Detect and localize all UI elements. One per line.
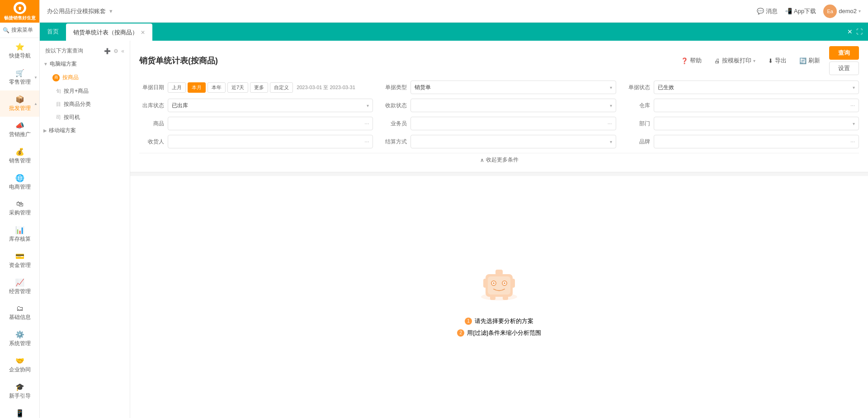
receiver-control[interactable]: ··· <box>168 135 373 148</box>
add-scheme-icon[interactable]: ➕ <box>104 48 111 54</box>
sales-icon: 💰 <box>15 147 24 156</box>
template-print-btn[interactable]: 🖨 按模板打印 ▾ <box>711 55 759 66</box>
search-icon: 🔍 <box>3 27 9 33</box>
out-control[interactable]: 已出库 ▾ <box>168 99 373 112</box>
receipt-label: 收款状态 <box>382 102 407 109</box>
type-control[interactable]: 销货单 ▾ <box>410 81 616 94</box>
tab-home[interactable]: 首页 <box>40 23 66 41</box>
scheme-item-by-goods[interactable]: 商 按商品 <box>40 71 130 85</box>
settings-scheme-icon[interactable]: ⚙ <box>113 48 118 54</box>
scheme-item-icon: 商 <box>52 74 60 81</box>
content-area: 按以下方案查询 ➕ ⚙ « ▼ 电脑端方案 商 按商品 <box>40 41 868 418</box>
period-custom[interactable]: 自定义 <box>270 82 293 93</box>
system-label: 系统管理 <box>9 340 31 347</box>
tab-maximize-icon[interactable]: ⛶ <box>856 28 863 35</box>
sidebar-item-retail[interactable]: 🛒 零售管理 <box>0 64 39 90</box>
dept-control[interactable]: ▾ <box>654 117 859 130</box>
operations-label: 经营管理 <box>9 288 31 295</box>
user-info[interactable]: Ea demo2 ▾ <box>823 5 861 18</box>
appcenter-icon: 📱 <box>15 409 24 418</box>
sidebar-item-finance[interactable]: 💳 资金管理 <box>0 247 39 274</box>
set-button[interactable]: 设置 <box>829 62 859 75</box>
scheme-group-mobile-title[interactable]: ▶ 移动端方案 <box>40 124 130 137</box>
page-title-row: 销货单统计表(按商品) ❓ 帮助 🖨 按模板打印 ▾ ⬇ <box>139 46 859 75</box>
export-btn[interactable]: ⬇ 导出 <box>764 55 790 66</box>
sidebar-item-wholesale[interactable]: 📦 批发管理 <box>0 90 39 117</box>
empty-step-1: 1 请先选择要分析的方案 <box>465 317 533 325</box>
message-btn[interactable]: 💬 消息 <box>757 7 778 15</box>
empty-step-2: 2 用[过滤]条件来缩小分析范围 <box>457 329 541 337</box>
breadcrumb-dropdown-icon[interactable]: ▾ <box>109 8 113 14</box>
svg-rect-9 <box>483 279 487 288</box>
sidebar-item-system[interactable]: ⚙️ 系统管理 <box>0 326 39 352</box>
collapse-panel-icon[interactable]: « <box>121 48 124 54</box>
filter-row-2: 出库状态 已出库 ▾ 收款状态 ▾ <box>139 99 859 112</box>
sidebar-item-corp[interactable]: 🤝 企业协同 <box>0 352 39 378</box>
filter-item-date: 单据日期 上月 本月 本年 近7天 更多 自定义 2023-03-01 至 20… <box>139 82 373 93</box>
sidebar-item-newbie[interactable]: 🎓 新手引导 <box>0 378 39 404</box>
scheme-item-by-dept[interactable]: 司 按司机 <box>40 111 130 124</box>
sidebar-item-ecommerce[interactable]: 🌐 电商管理 <box>0 169 39 195</box>
staff-control[interactable]: ··· <box>410 117 616 130</box>
sidebar-item-basic[interactable]: 🗂 基础信息 <box>0 300 39 326</box>
tab-close-icon[interactable]: ✕ <box>141 29 145 36</box>
svg-rect-12 <box>503 295 508 300</box>
collapse-label: 收起更多条件 <box>486 156 519 164</box>
payment-label: 结算方式 <box>382 138 407 146</box>
payment-control[interactable]: ▾ <box>410 135 616 148</box>
status-control[interactable]: 已生效 ▾ <box>654 81 859 94</box>
retail-icon: 🛒 <box>15 69 24 77</box>
tab-close-all-icon[interactable]: ✕ <box>847 28 853 35</box>
app-download-btn[interactable]: 📲 App下载 <box>785 7 816 15</box>
brand-label: 品牌 <box>625 138 650 146</box>
scheme-group-pc-title[interactable]: ▼ 电脑端方案 <box>40 57 130 71</box>
sales-label: 销售管理 <box>9 157 31 165</box>
sidebar-item-appcenter[interactable]: 📱 应用中心 <box>0 404 39 418</box>
period-more[interactable]: 更多 <box>250 82 268 93</box>
dept-dropdown-icon: ▾ <box>853 121 855 126</box>
period-7days[interactable]: 近7天 <box>227 82 248 93</box>
operations-icon: 📈 <box>15 278 24 287</box>
user-dropdown-icon: ▾ <box>859 9 861 14</box>
period-this-year[interactable]: 本年 <box>208 82 226 93</box>
scheme-group-mobile-label: 移动端方案 <box>49 127 76 134</box>
wholesale-icon: 📦 <box>15 95 24 104</box>
sidebar-item-operations[interactable]: 📈 经营管理 <box>0 274 39 300</box>
sidebar-item-purchase[interactable]: 🛍 采购管理 <box>0 195 39 221</box>
scheme-item-by-month-goods-label: 按月+商品 <box>64 87 89 95</box>
warehouse-control[interactable]: ··· <box>654 99 859 112</box>
sidebar-item-quicknav[interactable]: ⭐ 快捷导航 <box>0 38 39 64</box>
period-this-month[interactable]: 本月 <box>188 82 206 93</box>
receipt-control[interactable]: ▾ <box>410 99 616 112</box>
scheme-group-mobile-expand-icon: ▶ <box>43 128 47 133</box>
tab-sales-stat[interactable]: 销货单统计表（按商品） ✕ <box>66 24 152 42</box>
sidebar-item-sales[interactable]: 💰 销售管理 <box>0 143 39 169</box>
date-label: 单据日期 <box>139 84 164 91</box>
filter-item-out: 出库状态 已出库 ▾ <box>139 99 373 112</box>
period-last-month[interactable]: 上月 <box>168 82 186 93</box>
page-title: 销货单统计表(按商品) <box>139 55 218 66</box>
sidebar-item-inventory[interactable]: 📊 库存核算 <box>0 221 39 247</box>
newbie-icon: 🎓 <box>15 383 24 391</box>
query-button[interactable]: 查询 <box>829 46 859 60</box>
dept-label: 部门 <box>625 120 650 128</box>
header-right: 💬 消息 📲 App下载 Ea demo2 ▾ <box>757 5 861 18</box>
help-btn[interactable]: ❓ 帮助 <box>677 55 705 66</box>
date-period-btns: 上月 本月 本年 近7天 更多 自定义 2023-03-01 至 2023-03… <box>168 82 373 93</box>
purchase-icon: 🛍 <box>16 200 24 208</box>
receipt-dropdown-icon: ▾ <box>610 103 612 108</box>
sidebar-item-marketing[interactable]: 📣 营销推广 <box>0 117 39 143</box>
refresh-btn[interactable]: 🔄 刷新 <box>796 55 824 66</box>
brand-control[interactable]: ··· <box>654 135 859 148</box>
collapse-filter-btn[interactable]: ∧ 收起更多条件 <box>139 153 859 166</box>
scheme-group-pc-label: 电脑端方案 <box>50 60 77 68</box>
scheme-item-by-category[interactable]: 目 按商品分类 <box>40 98 130 111</box>
search-menu[interactable]: 🔍 搜索菜单 <box>0 23 39 38</box>
inventory-icon: 📊 <box>15 226 24 234</box>
scheme-item-by-month-goods[interactable]: 旬 按月+商品 <box>40 85 130 98</box>
corp-label: 企业协同 <box>9 366 31 374</box>
app-download-icon: 📲 <box>785 8 792 14</box>
right-content: 销货单统计表(按商品) ❓ 帮助 🖨 按模板打印 ▾ ⬇ <box>130 41 868 418</box>
avatar: Ea <box>823 5 837 18</box>
goods-control[interactable]: ··· <box>168 117 373 130</box>
